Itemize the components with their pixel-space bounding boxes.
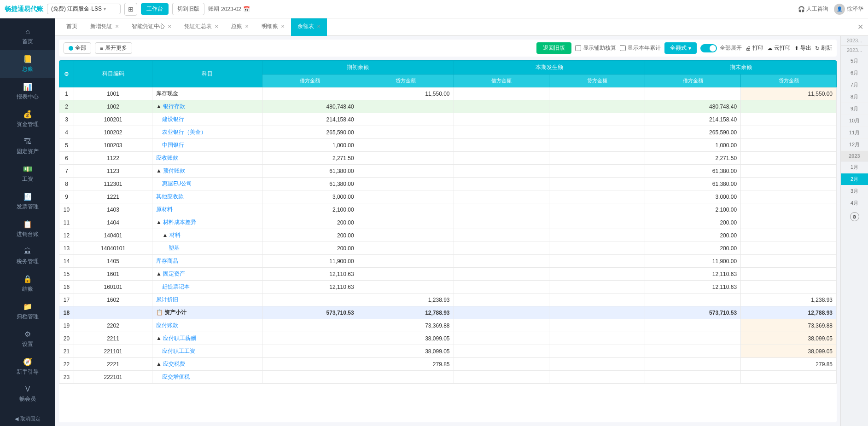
sidebar-item-purchase-sales[interactable]: 📋 进销台账 — [0, 215, 55, 243]
row-subject[interactable]: 原材料 — [152, 203, 262, 216]
subject-link[interactable]: 预付账款 — [163, 167, 185, 174]
sidebar-item-ledger[interactable]: 📒 总账 — [0, 50, 55, 78]
sidebar-item-home[interactable]: ⌂ 首页 — [0, 23, 55, 50]
subject-link[interactable]: 赶提票记本 — [162, 283, 190, 290]
row-subject[interactable]: ▲ 预付账款 — [152, 165, 262, 178]
sidebar-item-invoice[interactable]: 🧾 发票管理 — [0, 188, 55, 215]
tab-detail[interactable]: 明细账 ✕ — [255, 18, 291, 36]
settings-col-header[interactable]: ⚙ — [59, 61, 74, 87]
subject-link[interactable]: 应付账款 — [156, 322, 178, 328]
subject-link[interactable]: 塑基 — [169, 245, 180, 251]
row-subject[interactable]: 应付职工工资 — [152, 345, 262, 358]
tab-smart-check[interactable]: 智能凭证中心 ✕ — [125, 18, 178, 36]
timeline-2[interactable]: 2月 — [841, 173, 868, 185]
print-button[interactable]: 🖨 打印 — [746, 44, 763, 52]
row-subject[interactable]: 建设银行 — [152, 113, 262, 126]
row-subject[interactable]: 惠屋EU公司 — [152, 178, 262, 190]
sidebar-item-fixed-assets[interactable]: 🏗 固定资产 — [0, 133, 55, 160]
timeline-7[interactable]: 7月 — [841, 79, 868, 91]
breadcrumb-all[interactable]: 全部 — [64, 42, 91, 54]
row-subject[interactable]: 库存商品 — [152, 255, 262, 268]
subject-link[interactable]: 应收账款 — [156, 155, 178, 161]
row-subject[interactable]: 应付账款 — [152, 319, 262, 332]
sidebar-item-payroll[interactable]: 💵 工资 — [0, 160, 55, 188]
calendar-icon[interactable]: 📅 — [243, 6, 250, 12]
refresh-button[interactable]: ↻ 刷新 — [815, 44, 832, 52]
row-subject[interactable]: ▲ 应付职工薪酬 — [152, 332, 262, 345]
row-subject[interactable]: 累计折旧 — [152, 294, 262, 306]
tab-new-voucher-close[interactable]: ✕ — [115, 24, 119, 29]
subject-link[interactable]: 其他应收款 — [156, 193, 184, 200]
subject-link[interactable]: 库存商品 — [156, 258, 178, 264]
subject-link[interactable]: 建设银行 — [162, 116, 184, 122]
tab-balance[interactable]: 余额表 ✕ — [291, 18, 327, 36]
aux-checkbox-input[interactable] — [575, 45, 581, 51]
subject-link[interactable]: 原材料 — [156, 206, 173, 213]
tab-new-voucher[interactable]: 新增凭证 ✕ — [84, 18, 125, 36]
row-subject[interactable]: ▲ 银行存款 — [152, 100, 262, 113]
row-subject[interactable]: ▲ 材料 — [152, 229, 262, 242]
tab-voucher-summary-close[interactable]: ✕ — [215, 24, 218, 29]
subject-link[interactable]: 农业银行（美金） — [162, 129, 206, 135]
tab-bar-close-icon[interactable]: ✕ — [857, 23, 863, 31]
timeline-10[interactable]: 10月 — [841, 115, 868, 127]
subject-link[interactable]: 应付职工薪酬 — [163, 335, 196, 341]
tab-voucher-summary[interactable]: 凭证汇总表 ✕ — [178, 18, 225, 36]
timeline-12[interactable]: 12月 — [841, 139, 868, 151]
timeline-5[interactable]: 5月 — [841, 55, 868, 67]
row-subject[interactable]: 农业银行（美金） — [152, 126, 262, 139]
timeline-4[interactable]: 4月 — [841, 197, 868, 209]
tab-detail-close[interactable]: ✕ — [281, 24, 285, 29]
expand-button[interactable]: ≡ 展开更多 — [95, 42, 132, 54]
row-subject[interactable]: 应收账款 — [152, 152, 262, 165]
row-subject[interactable]: ▲ 固定资产 — [152, 268, 262, 281]
sidebar-item-guide[interactable]: 🧭 新手引导 — [0, 353, 55, 380]
timeline-3[interactable]: 3月 — [841, 185, 868, 197]
sidebar-item-reports[interactable]: 📊 报表中心 — [0, 78, 55, 105]
user-info[interactable]: 👤 徐泽华 — [834, 4, 863, 15]
subject-link[interactable]: 惠屋EU公司 — [162, 180, 192, 187]
ytd-checkbox-input[interactable] — [620, 45, 626, 51]
fullmode-button[interactable]: 全额式 ▾ — [664, 42, 697, 54]
sidebar-item-vip[interactable]: V 畅会员 — [0, 380, 55, 408]
tab-ledger[interactable]: 总账 ✕ — [225, 18, 255, 36]
tab-smart-check-close[interactable]: ✕ — [168, 24, 171, 29]
subject-link[interactable]: 材料成本差异 — [163, 219, 196, 225]
row-subject[interactable]: 应交增值税 — [152, 371, 262, 384]
row-subject[interactable]: ▲ 材料成本差异 — [152, 216, 262, 229]
toggle-switch[interactable] — [700, 44, 717, 52]
show-ytd-checkbox[interactable]: 显示本年累计 — [620, 44, 661, 52]
workbench-button[interactable]: 工作台 — [141, 3, 169, 15]
timeline-8[interactable]: 8月 — [841, 91, 868, 103]
timeline-1[interactable]: 1月 — [841, 161, 868, 173]
sidebar-item-assets-mgmt[interactable]: 💰 资金管理 — [0, 105, 55, 133]
cloud-print-button[interactable]: ☁ 云打印 — [767, 44, 791, 52]
timeline-11[interactable]: 11月 — [841, 127, 868, 139]
tab-balance-close[interactable]: ✕ — [317, 24, 320, 29]
timeline-6[interactable]: 6月 — [841, 67, 868, 79]
sidebar-item-settings[interactable]: ⚙ 设置 — [0, 325, 55, 353]
sidebar-item-close[interactable]: 🔒 结账 — [0, 270, 55, 298]
copy-icon[interactable]: ⊞ — [124, 3, 137, 16]
subject-link[interactable]: 应付职工工资 — [162, 348, 195, 354]
row-subject[interactable]: 塑基 — [152, 242, 262, 255]
subject-link[interactable]: 应交税费 — [163, 361, 185, 367]
row-subject[interactable]: 其他应收款 — [152, 190, 262, 203]
row-subject[interactable]: 赶提票记本 — [152, 281, 262, 294]
unpin-sidebar-button[interactable]: ◀ 取消固定 — [0, 412, 55, 426]
subject-link[interactable]: 累计折旧 — [156, 296, 178, 303]
export-button[interactable]: ⬆ 导出 — [794, 44, 811, 52]
subject-link[interactable]: 银行存款 — [163, 103, 185, 109]
subject-link[interactable]: 材料 — [169, 232, 181, 238]
expand-all-toggle[interactable]: 全部展开 — [700, 44, 742, 52]
subject-link[interactable]: 固定资产 — [163, 271, 185, 277]
timeline-9[interactable]: 9月 — [841, 103, 868, 115]
consult-button[interactable]: 🎧 人工咨询 — [798, 5, 828, 13]
sidebar-item-archive[interactable]: 📁 归档管理 — [0, 298, 55, 325]
subject-link[interactable]: 中国银行 — [162, 142, 184, 148]
timeline-settings-icon[interactable]: ⚙ — [850, 212, 859, 221]
row-subject[interactable]: 中国银行 — [152, 139, 262, 152]
return-button[interactable]: 退回旧版 — [536, 42, 571, 54]
tab-home[interactable]: 首页 — [60, 18, 84, 36]
switch-version-button[interactable]: 切到旧版 — [172, 3, 204, 15]
